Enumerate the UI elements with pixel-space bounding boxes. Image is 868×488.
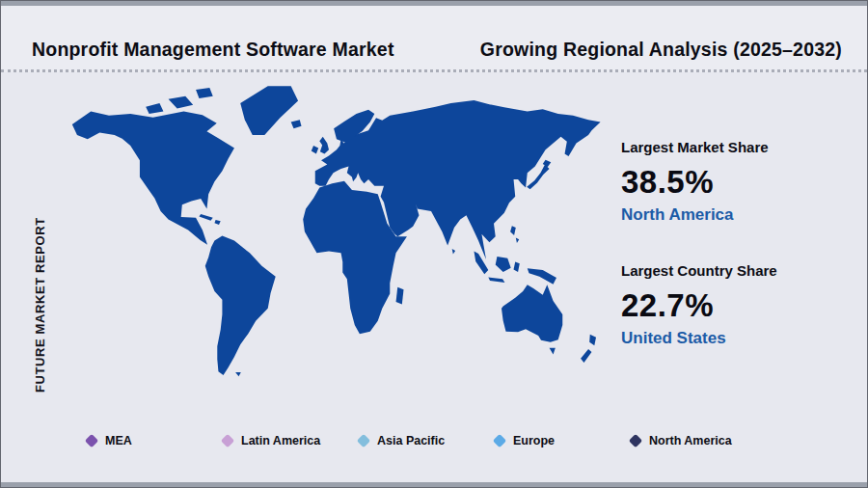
stat-value: 22.7% (621, 289, 857, 321)
map-new-zealand (581, 335, 596, 363)
legend-item-asia-pacific: Asia Pacific (359, 434, 495, 447)
top-border-strip (1, 1, 867, 6)
map-madagascar (396, 287, 404, 305)
legend-item-europe: Europe (495, 434, 631, 447)
legend-marker-diamond (85, 434, 98, 447)
legend-item-latin-america: Latin America (223, 434, 359, 447)
map-south-america (205, 236, 276, 377)
legend-item-north-america: North America (631, 434, 732, 447)
stat-entity: North America (621, 205, 857, 225)
world-map (54, 82, 604, 389)
map-british-isles (312, 137, 329, 154)
map-caribbean (199, 214, 220, 225)
brand-vertical-label: FUTURE MARKET REPORT (33, 227, 47, 393)
legend-marker-diamond (221, 434, 234, 447)
stat-label: Largest Country Share (621, 262, 857, 279)
infographic-frame: Nonprofit Management Software Market Gro… (0, 0, 868, 488)
map-arctic-islands (146, 88, 213, 114)
page-title-right: Growing Regional Analysis (2025–2032) (480, 39, 842, 61)
map-australia (502, 285, 562, 354)
map-southeast-asia-islands (452, 226, 556, 285)
header-band: Nonprofit Management Software Market Gro… (1, 6, 867, 72)
map-greenland (240, 86, 298, 135)
stat-largest-country-share: Largest Country Share 22.7% United State… (621, 262, 857, 348)
stat-entity: United States (621, 329, 857, 348)
legend-label: Europe (513, 434, 555, 447)
map-north-america (72, 112, 234, 245)
world-map-landmasses (72, 86, 601, 376)
stat-value: 38.5% (621, 166, 857, 198)
stats-panel: Largest Market Share 38.5% North America… (621, 139, 857, 386)
bottom-border-strip (1, 482, 867, 487)
stat-largest-market-share: Largest Market Share 38.5% North America (621, 139, 857, 225)
legend-label: Asia Pacific (377, 434, 445, 447)
stat-label: Largest Market Share (621, 139, 857, 155)
legend-marker-diamond (629, 434, 642, 447)
legend-item-mea: MEA (87, 434, 223, 447)
legend-label: Latin America (241, 434, 320, 447)
legend: MEA Latin America Asia Pacific Europe No… (87, 431, 848, 450)
legend-label: MEA (105, 434, 132, 447)
world-map-svg (54, 82, 604, 389)
page-title-left: Nonprofit Management Software Market (32, 39, 394, 61)
map-iceland (291, 120, 302, 128)
legend-marker-diamond (357, 434, 370, 447)
legend-label: North America (649, 434, 732, 447)
legend-marker-diamond (493, 434, 506, 447)
